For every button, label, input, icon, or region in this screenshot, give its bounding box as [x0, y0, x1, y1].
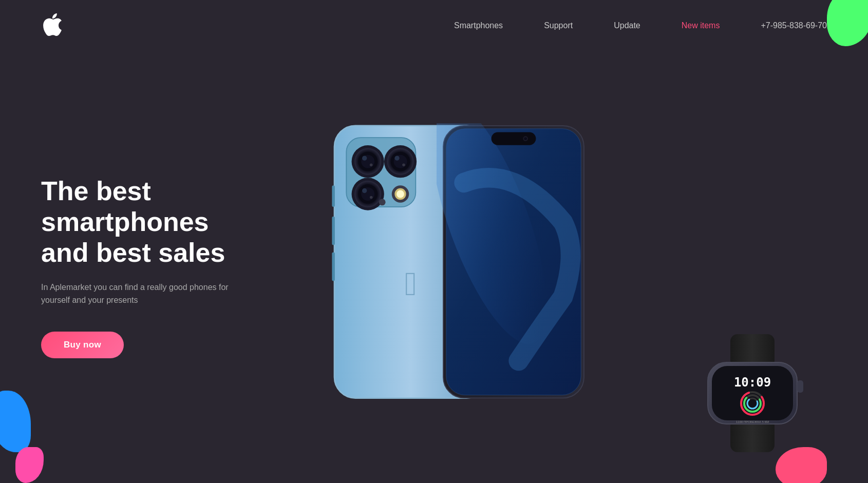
hero-subtitle: In Aplemarket you can find a really good… — [41, 281, 236, 307]
hero-product-images:  — [298, 51, 827, 483]
svg-point-21 — [370, 196, 373, 199]
svg-text:10:09: 10:09 — [734, 375, 771, 390]
svg-rect-29 — [332, 252, 335, 281]
svg-point-9 — [370, 163, 373, 166]
nav-item-new-items[interactable]: New items — [682, 21, 720, 30]
site-header: Smartphones Support Update New items +7-… — [0, 0, 868, 51]
svg-point-15 — [402, 163, 405, 166]
hero-title-line2: and best sales — [41, 238, 225, 267]
nav-item-update[interactable]: Update — [614, 21, 640, 30]
svg-point-14 — [394, 156, 399, 160]
buy-now-button[interactable]: Buy now — [41, 332, 124, 358]
svg-point-38 — [524, 137, 527, 140]
svg-point-20 — [362, 188, 367, 192]
hero-section: The best smartphones and best sales In A… — [0, 51, 868, 483]
svg-point-24 — [397, 190, 404, 198]
phone-number: +7-985-838-69-70 — [761, 21, 827, 30]
svg-point-8 — [362, 156, 367, 160]
nav-item-support[interactable]: Support — [544, 21, 573, 30]
svg-text:1100 ПРОБЕЖКА 5 КМ: 1100 ПРОБЕЖКА 5 КМ — [736, 420, 769, 423]
hero-text-block: The best smartphones and best sales In A… — [41, 176, 298, 358]
iphone-front-image — [437, 123, 591, 400]
nav-item-smartphones[interactable]: Smartphones — [454, 21, 503, 30]
apple-watch-image: 10:09 1100 ПРОБЕЖКА 5 КМ — [693, 334, 812, 452]
hero-title: The best smartphones and best sales — [41, 176, 298, 268]
logo[interactable] — [41, 13, 64, 38]
svg-rect-28 — [332, 216, 335, 245]
svg-text::  — [405, 265, 417, 302]
apple-logo-icon — [41, 13, 64, 36]
svg-point-25 — [379, 199, 386, 205]
svg-rect-35 — [492, 132, 536, 145]
main-nav: Smartphones Support Update New items — [454, 21, 720, 30]
hero-title-line1: The best smartphones — [41, 176, 209, 237]
svg-rect-27 — [332, 185, 335, 207]
svg-rect-43 — [797, 380, 803, 393]
